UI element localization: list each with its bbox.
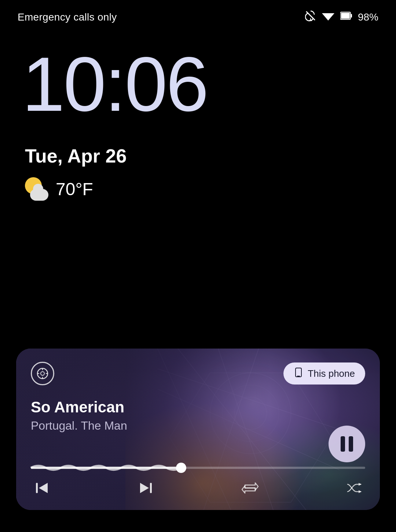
media-content: This phone So American Portugal. The Man	[16, 349, 380, 510]
svg-rect-4	[351, 14, 352, 18]
media-app-icon	[31, 362, 54, 385]
svg-rect-27	[150, 483, 152, 493]
mute-icon	[305, 10, 316, 24]
pause-button[interactable]	[329, 426, 365, 462]
media-info: So American Portugal. The Man	[31, 398, 365, 433]
song-artist: Portugal. The Man	[31, 419, 365, 433]
svg-rect-24	[36, 483, 38, 493]
svg-rect-5	[341, 13, 350, 19]
media-bottom-controls	[31, 467, 365, 497]
media-controls-row	[31, 479, 365, 497]
battery-icon	[340, 11, 352, 23]
svg-marker-28	[359, 483, 362, 486]
pause-icon	[341, 436, 353, 452]
cloud-shape	[30, 189, 48, 201]
status-icons: 98%	[305, 10, 378, 24]
svg-marker-26	[140, 483, 149, 493]
next-button[interactable]	[135, 479, 157, 497]
media-top-row: This phone	[31, 362, 365, 385]
shuffle-button[interactable]	[343, 479, 365, 497]
date-weather-section: Tue, Apr 26 70°F	[0, 123, 396, 201]
wifi-icon	[322, 10, 334, 24]
weather-icon	[25, 177, 48, 201]
date-display: Tue, Apr 26	[25, 145, 396, 167]
prev-button[interactable]	[31, 479, 53, 497]
media-player-card: This phone So American Portugal. The Man	[16, 349, 380, 510]
progress-dot	[176, 463, 186, 473]
song-title: So American	[31, 398, 365, 416]
weather-row: 70°F	[25, 177, 396, 201]
phone-device-icon	[294, 368, 303, 379]
svg-point-17	[41, 372, 44, 375]
battery-percentage: 98%	[358, 11, 378, 23]
wavy-line	[31, 464, 181, 472]
clock-display: 10:06	[0, 24, 396, 123]
status-bar: Emergency calls only 98%	[0, 0, 396, 24]
svg-marker-2	[322, 13, 334, 21]
pause-bar-left	[341, 436, 345, 452]
svg-rect-22	[296, 368, 301, 377]
progress-bar[interactable]	[31, 467, 365, 469]
temperature-display: 70°F	[56, 179, 93, 199]
pause-bar-right	[349, 436, 353, 452]
svg-rect-23	[297, 376, 300, 376]
svg-marker-25	[39, 483, 48, 493]
svg-marker-29	[359, 490, 362, 493]
this-phone-label: This phone	[308, 368, 355, 379]
progress-fill	[31, 467, 181, 469]
repeat-button[interactable]	[239, 479, 261, 497]
this-phone-button[interactable]: This phone	[283, 362, 365, 385]
status-left-text: Emergency calls only	[18, 11, 117, 23]
